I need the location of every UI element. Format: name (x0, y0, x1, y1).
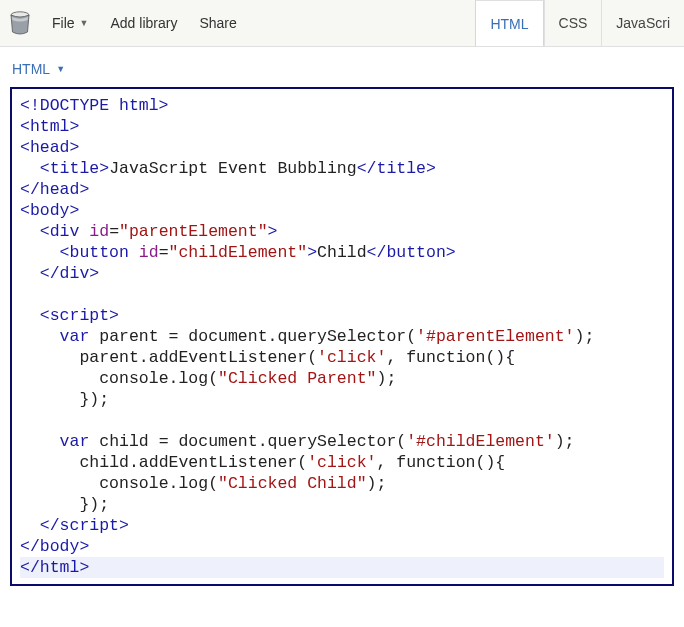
view-tabs: HTML CSS JavaScri (475, 0, 684, 46)
code-token: parent.addEventListener( (79, 348, 317, 367)
code-token: <html> (20, 117, 79, 136)
code-token: <!DOCTYPE html> (20, 96, 169, 115)
panel-tab-row: HTML ▼ (0, 47, 684, 87)
code-token: </body> (20, 537, 89, 556)
code-token: </title> (357, 159, 436, 178)
code-token: </head> (20, 180, 89, 199)
code-token: 'click' (307, 453, 376, 472)
tab-css[interactable]: CSS (544, 0, 602, 46)
code-token: <head> (20, 138, 79, 157)
tab-html-label: HTML (490, 16, 528, 32)
share-label: Share (199, 15, 236, 31)
share-button[interactable]: Share (197, 11, 238, 35)
code-token: , function(){ (386, 348, 515, 367)
code-token: , function(){ (376, 453, 505, 472)
code-token: <script> (40, 306, 119, 325)
code-token: </script> (40, 516, 129, 535)
code-token: 'click' (317, 348, 386, 367)
tab-js-label: JavaScri (616, 15, 670, 31)
code-token: }); (79, 495, 109, 514)
code-token: '#parentElement' (416, 327, 574, 346)
code-token: }); (79, 390, 109, 409)
code-token: ); (376, 369, 396, 388)
code-token: <button (60, 243, 129, 262)
tab-javascript[interactable]: JavaScri (601, 0, 684, 46)
code-token: Child (317, 243, 367, 262)
tab-html[interactable]: HTML (475, 0, 543, 46)
add-library-label: Add library (110, 15, 177, 31)
panel-language-selector[interactable]: HTML ▼ (12, 61, 65, 77)
code-token: ); (575, 327, 595, 346)
code-token: = (109, 222, 119, 241)
code-token: var (60, 432, 90, 451)
code-token: console.log( (99, 369, 218, 388)
code-token: = (159, 243, 169, 262)
code-token: <body> (20, 201, 79, 220)
code-token: JavaScript Event Bubbling (109, 159, 357, 178)
code-token: ); (367, 474, 387, 493)
code-token: id (79, 222, 109, 241)
code-token: child = document.querySelector( (89, 432, 406, 451)
tab-css-label: CSS (559, 15, 588, 31)
code-token: id (129, 243, 159, 262)
add-library-button[interactable]: Add library (108, 11, 179, 35)
file-menu-label: File (52, 15, 75, 31)
code-token: "parentElement" (119, 222, 268, 241)
code-token: > (268, 222, 278, 241)
code-token: <div (40, 222, 80, 241)
code-token: "Clicked Child" (218, 474, 367, 493)
code-token: "Clicked Parent" (218, 369, 376, 388)
file-menu[interactable]: File ▼ (50, 11, 90, 35)
code-token: </html> (20, 558, 89, 577)
jsbin-logo-icon[interactable] (8, 9, 32, 37)
code-token: </button> (367, 243, 456, 262)
code-token: <title> (40, 159, 109, 178)
code-token: console.log( (99, 474, 218, 493)
code-token: > (307, 243, 317, 262)
code-token: var (60, 327, 90, 346)
code-token: '#childElement' (406, 432, 555, 451)
code-token: "childElement" (169, 243, 308, 262)
code-token: </div> (40, 264, 99, 283)
code-token: parent = document.querySelector( (89, 327, 416, 346)
code-token: child.addEventListener( (79, 453, 307, 472)
code-token: ); (555, 432, 575, 451)
panel-language-label: HTML (12, 61, 50, 77)
caret-down-icon: ▼ (56, 64, 65, 74)
main-toolbar: File ▼ Add library Share HTML CSS JavaSc… (0, 0, 684, 47)
caret-down-icon: ▼ (80, 18, 89, 28)
code-editor[interactable]: <!DOCTYPE html> <html> <head> <title>Jav… (10, 87, 674, 586)
